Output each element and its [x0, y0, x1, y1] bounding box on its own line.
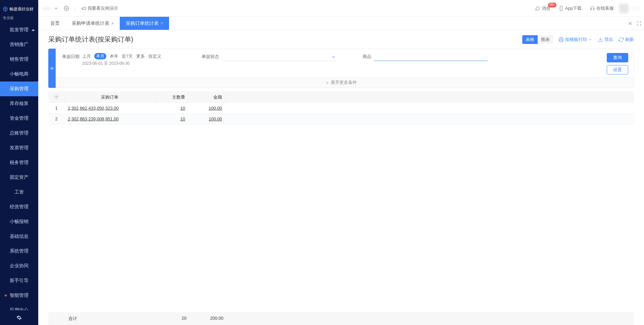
support-button[interactable]: 在线客服	[587, 5, 616, 11]
mobile-icon	[558, 6, 564, 11]
message-badge: 99+	[548, 3, 556, 7]
sidebar: 畅捷通好业财 专业版 批发管理营销推广销售管理小畅电商采购管理库存核算资金管理总…	[0, 0, 38, 325]
org-selector[interactable]: ——	[42, 6, 51, 11]
order-link[interactable]: 2,302,663,239,008,951.00	[68, 116, 119, 121]
status-select[interactable]	[222, 53, 336, 61]
filter-settings-button[interactable]: 设置	[607, 65, 628, 74]
tab[interactable]: 采购订单统计表×	[120, 17, 169, 30]
view-table-button[interactable]: 表格	[522, 35, 538, 44]
refresh-button[interactable]: 刷新	[619, 37, 634, 43]
col-header-qty[interactable]: 主数量	[155, 91, 189, 103]
col-header-order[interactable]: 采购订单	[64, 91, 155, 103]
avatar[interactable]	[619, 4, 629, 13]
search-button[interactable]: 查询	[607, 53, 628, 62]
footer-label: 合计	[52, 316, 156, 322]
footer-amount: 200.00	[190, 316, 227, 322]
tab-label: 首页	[50, 20, 60, 26]
qty-cell[interactable]: 10	[155, 103, 189, 114]
sidebar-item[interactable]: 资金管理	[0, 111, 38, 126]
sidebar-item[interactable]: 销售管理	[0, 52, 38, 67]
chevron-down-icon	[588, 37, 592, 42]
user-name: ——	[631, 6, 640, 11]
sidebar-item[interactable]: 基础信息	[0, 229, 38, 244]
order-link[interactable]: 2,302,662,433,050,323.00	[68, 106, 119, 111]
svg-point-0	[66, 8, 67, 9]
sidebar-item[interactable]: 应用中心	[0, 303, 38, 310]
product-input[interactable]: ···	[374, 53, 488, 61]
chevron-down-icon	[331, 54, 336, 60]
sidebar-menu: 批发管理营销推广销售管理小畅电商采购管理库存核算资金管理总账管理发票管理税务管理…	[0, 22, 38, 310]
sidebar-item[interactable]: 系统管理	[0, 244, 38, 259]
date-option[interactable]: 本月	[94, 53, 106, 59]
date-option[interactable]: 本年	[110, 53, 118, 59]
sidebar-item[interactable]: 采购管理	[0, 82, 38, 96]
date-range-display: 2023-06-01 至 2023-06-30	[82, 61, 161, 66]
print-template-button[interactable]: 按模板打印	[558, 37, 592, 43]
date-label: 单据日期	[62, 53, 79, 60]
tab[interactable]: 采购申请单统计表×	[66, 17, 120, 30]
sidebar-item[interactable]: 库存核算	[0, 96, 38, 111]
filter-panel: 单据日期 上月本月本年近7天更多自定义 2023-06-01 至 2023-06…	[48, 49, 634, 88]
sidebar-item[interactable]: 经营管理	[0, 200, 38, 214]
gear-icon	[64, 6, 69, 11]
sidebar-item[interactable]: 新手引导	[0, 273, 38, 288]
brand-logo: 畅捷通好业财	[0, 0, 38, 17]
date-option[interactable]: 自定义	[148, 53, 161, 59]
export-button[interactable]: 导出	[598, 37, 613, 43]
gear-icon	[16, 315, 22, 320]
tab-label: 采购订单统计表	[126, 20, 159, 26]
close-icon[interactable]: ×	[161, 21, 163, 26]
date-option[interactable]: 近7天	[122, 53, 133, 59]
column-settings[interactable]	[48, 91, 64, 103]
sidebar-item[interactable]: 发票管理	[0, 141, 38, 155]
date-option[interactable]: 更多	[136, 53, 145, 59]
view-chart-button[interactable]: 图表	[538, 35, 553, 44]
qty-cell[interactable]: 10	[155, 114, 189, 124]
amount-cell[interactable]: 100.00	[189, 103, 225, 114]
col-header-spacer	[225, 91, 634, 103]
footer-qty: 20	[156, 316, 190, 322]
sidebar-item[interactable]: 税务管理	[0, 155, 38, 170]
topbar-settings[interactable]	[61, 6, 72, 11]
headset-icon	[590, 6, 595, 11]
sidebar-item[interactable]: 小畅电商	[0, 67, 38, 82]
fullscreen-icon[interactable]	[637, 21, 641, 26]
row-index: 1	[48, 103, 64, 114]
sidebar-settings[interactable]	[0, 310, 38, 325]
table-row: 22,302,663,239,008,951.0010100.00	[48, 114, 634, 124]
sidebar-item[interactable]: 智能管理	[0, 288, 38, 303]
org-name: ——	[42, 6, 51, 11]
table-container: 采购订单 主数量 金额 12,302,662,433,050,323.00101…	[48, 91, 634, 325]
content: 采购订单统计表(按采购订单) 表格 图表 按模板打印	[38, 30, 644, 325]
speaker-icon	[81, 6, 86, 11]
messages-button[interactable]: 消息 99+	[532, 5, 553, 11]
table-row: 12,302,662,433,050,323.0010100.00	[48, 103, 634, 114]
sidebar-item[interactable]: 营销推广	[0, 37, 38, 52]
close-icon[interactable]: ×	[111, 21, 114, 26]
status-label: 单据状态	[202, 53, 219, 60]
close-all-icon[interactable]	[628, 21, 633, 26]
sidebar-item[interactable]: 固定资产	[0, 170, 38, 185]
table-footer: 合计 20 200.00	[48, 312, 634, 325]
tab[interactable]: 首页	[44, 17, 66, 30]
sidebar-item[interactable]: 企业协同	[0, 259, 38, 273]
app-download-button[interactable]: App下载	[556, 5, 584, 11]
tab-label: 采购申请单统计表	[72, 20, 109, 26]
brand-edition: 专业版	[0, 15, 38, 20]
date-option[interactable]: 上月	[82, 53, 91, 59]
tabs-bar: 首页采购申请单统计表×采购订单统计表×	[38, 17, 644, 30]
amount-cell[interactable]: 100.00	[189, 114, 225, 124]
sidebar-item[interactable]: 批发管理	[0, 22, 38, 37]
collapse-filter-button[interactable]	[48, 49, 56, 88]
message-icon	[535, 6, 540, 11]
sidebar-item[interactable]: 总账管理	[0, 126, 38, 141]
expand-filters-button[interactable]: 展开更多条件	[49, 77, 634, 88]
sidebar-item[interactable]: 小畅报销	[0, 214, 38, 229]
col-header-amount[interactable]: 金额	[189, 91, 225, 103]
sidebar-item[interactable]: 工资	[0, 185, 38, 200]
main-area: —— | 我要看实例演示 消息	[38, 0, 644, 325]
chevron-down-icon[interactable]	[54, 6, 58, 11]
refresh-icon	[619, 37, 624, 42]
demo-link[interactable]: 我要看实例演示	[78, 5, 121, 11]
brand-name: 畅捷通好业财	[9, 6, 34, 12]
